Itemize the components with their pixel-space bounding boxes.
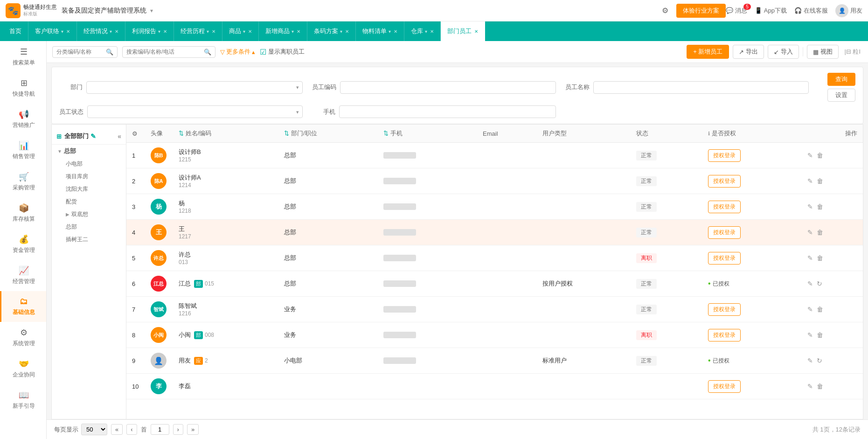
sidebar-item-sales[interactable]: 📊 销售管理	[0, 135, 46, 166]
nav-tab-customer-close[interactable]: ✕	[66, 29, 70, 34]
auth-btn-2[interactable]: 授权登录	[708, 175, 741, 188]
dept-node-root[interactable]: ▼ 总部	[52, 145, 126, 158]
edit-icon-7[interactable]: ✎	[807, 306, 813, 313]
page-number-input[interactable]	[151, 424, 169, 435]
nav-tab-history-close[interactable]: ✕	[212, 29, 215, 34]
gear-button[interactable]: ⚙	[659, 4, 672, 17]
dept-node-project[interactable]: 项目库房	[52, 170, 126, 183]
nav-tab-bom[interactable]: 物料清单 ▾ ✕	[356, 21, 404, 41]
nav-tab-barcode[interactable]: 条码方案 ▾ ✕	[307, 21, 356, 41]
delete-icon-10[interactable]: 🗑	[817, 383, 823, 390]
dept-edit-icon[interactable]: ✎	[90, 132, 96, 140]
main-search-input[interactable]	[126, 49, 202, 55]
last-page-button[interactable]: »	[187, 424, 199, 435]
sidebar-item-inventory[interactable]: 📦 库存核算	[0, 197, 46, 229]
nav-tab-employee-close[interactable]: ✕	[474, 29, 478, 34]
dept-collapse-icon[interactable]: «	[118, 132, 121, 140]
nav-tab-situation[interactable]: 经营情况 ▾ ✕	[77, 21, 125, 41]
delete-icon-5[interactable]: 🗑	[817, 254, 823, 262]
edit-icon-2[interactable]: ✎	[807, 177, 813, 185]
edit-icon-10[interactable]: ✎	[807, 383, 813, 390]
nav-tab-goods-close[interactable]: ✕	[248, 29, 252, 34]
system-dropdown-arrow[interactable]: ▾	[150, 7, 153, 14]
dept-node-shenyang[interactable]: 沈阳大库	[52, 183, 126, 195]
edit-icon-6[interactable]: ✎	[807, 280, 813, 287]
th-settings[interactable]: ⚙	[126, 125, 145, 143]
sidebar-item-finance[interactable]: 💰 资金管理	[0, 229, 46, 260]
main-search-box[interactable]: 🔍	[122, 46, 215, 58]
auth-btn-3[interactable]: 授权登录	[708, 201, 741, 213]
dept-node-chashuwang[interactable]: 插树王二	[52, 233, 126, 246]
edit-icon-1[interactable]: ✎	[807, 152, 813, 159]
sidebar-item-quicknav[interactable]: ⊞ 快捷导航	[0, 72, 46, 104]
dept-node-peihuo[interactable]: 配货	[52, 195, 126, 208]
filter-status-select[interactable]: 正常 离职	[87, 105, 303, 118]
dept-node-shuangdixiang[interactable]: ▶ 双底想	[52, 208, 126, 221]
delete-icon-7[interactable]: 🗑	[817, 306, 823, 313]
import-button[interactable]: ↙ 导入	[768, 45, 799, 59]
nav-tab-history[interactable]: 经营历程 ▾ ✕	[174, 21, 222, 41]
sidebar-item-management[interactable]: 📈 经营管理	[0, 260, 46, 291]
nav-tab-employee[interactable]: 部门员工 ✕	[441, 21, 485, 41]
nav-tab-goods[interactable]: 商品 ▾ ✕	[222, 21, 259, 41]
delete-icon-1[interactable]: 🗑	[817, 152, 823, 159]
sidebar-item-guide[interactable]: 📖 新手引导	[0, 384, 46, 416]
dept-node-zongbu[interactable]: 总部	[52, 221, 126, 233]
delete-icon-8[interactable]: 🗑	[817, 331, 823, 339]
th-name-code[interactable]: ⇅ 姓名/编码	[173, 125, 278, 143]
sidebar-item-collab[interactable]: 🤝 企业协同	[0, 353, 46, 384]
auth-btn-10[interactable]: 授权登录	[708, 380, 741, 393]
more-conditions-btn[interactable]: ▽ 更多条件 ▴	[220, 48, 255, 56]
export-button[interactable]: ↗ 导出	[733, 45, 764, 59]
per-page-select[interactable]: 50 20 100	[81, 424, 107, 435]
first-page-button[interactable]: «	[111, 424, 123, 435]
filter-phone-input[interactable]	[339, 105, 556, 118]
edit-icon-8[interactable]: ✎	[807, 331, 813, 339]
user-button[interactable]: 👤 用友	[835, 4, 862, 17]
trial-button[interactable]: 体验行业方案	[676, 4, 726, 18]
nav-tab-customer[interactable]: 客户联络 ▾ ✕	[28, 21, 77, 41]
delete-icon-3[interactable]: 🗑	[817, 203, 823, 210]
nav-tab-situation-close[interactable]: ✕	[115, 29, 118, 34]
edit-icon-3[interactable]: ✎	[807, 203, 813, 210]
next-page-button[interactable]: ›	[173, 424, 183, 435]
query-button[interactable]: 查询	[827, 73, 855, 86]
nav-tab-warehouse-close[interactable]: ✕	[430, 29, 434, 34]
app-download-button[interactable]: 📱 App下载	[755, 7, 787, 15]
delete-icon-4[interactable]: 🗑	[817, 229, 823, 236]
nav-tab-profit[interactable]: 利润报告 ▾ ✕	[125, 21, 174, 41]
filter-dept-select[interactable]: 总部 小电部 业务	[86, 81, 303, 94]
th-phone[interactable]: ⇅ 手机	[378, 125, 477, 143]
more-options-btn[interactable]: |⊟ 粒I	[842, 48, 862, 56]
online-service-button[interactable]: 🎧 在线客服	[794, 7, 828, 15]
sidebar-item-search[interactable]: ☰ 搜索菜单	[0, 41, 46, 72]
refresh-icon-9[interactable]: ↻	[817, 357, 822, 364]
nav-tab-barcode-close[interactable]: ✕	[345, 29, 349, 34]
nav-tab-profit-close[interactable]: ✕	[163, 29, 167, 34]
auth-btn-8[interactable]: 授权登录	[708, 329, 741, 341]
sidebar-item-purchase[interactable]: 🛒 采购管理	[0, 166, 46, 197]
edit-icon-9[interactable]: ✎	[807, 357, 813, 364]
refresh-icon-6[interactable]: ↻	[817, 280, 822, 287]
auth-btn-7[interactable]: 授权登录	[708, 303, 741, 316]
edit-icon-5[interactable]: ✎	[807, 254, 813, 262]
nav-tab-home[interactable]: 首页	[3, 21, 28, 41]
auth-btn-4[interactable]: 授权登录	[708, 226, 741, 239]
sidebar-item-basicinfo[interactable]: 🗂 基础信息	[0, 291, 46, 322]
prev-page-button[interactable]: ‹	[126, 424, 137, 435]
sidebar-item-system[interactable]: ⚙ 系统管理	[0, 322, 46, 353]
nav-tab-new-goods[interactable]: 新增商品 ▾ ✕	[259, 21, 307, 41]
message-button[interactable]: 💬 消息 5	[726, 7, 747, 15]
nav-tab-warehouse[interactable]: 仓库 ▾ ✕	[404, 21, 441, 41]
nav-tab-bom-close[interactable]: ✕	[394, 29, 397, 34]
edit-icon-4[interactable]: ✎	[807, 229, 813, 236]
dept-node-xiaodian[interactable]: 小电部	[52, 158, 126, 170]
dept-search-box[interactable]: 🔍	[52, 46, 118, 58]
nav-tab-new-goods-close[interactable]: ✕	[297, 29, 300, 34]
add-employee-button[interactable]: + 新增员工	[687, 45, 729, 59]
th-dept-position[interactable]: ⇅ 部门/职位	[278, 125, 378, 143]
delete-icon-2[interactable]: 🗑	[817, 177, 823, 185]
auth-btn-5[interactable]: 授权登录	[708, 252, 741, 265]
show-resigned-toggle[interactable]: ☑ 显示离职员工	[260, 48, 305, 56]
view-button[interactable]: ▦ 视图	[807, 45, 839, 59]
